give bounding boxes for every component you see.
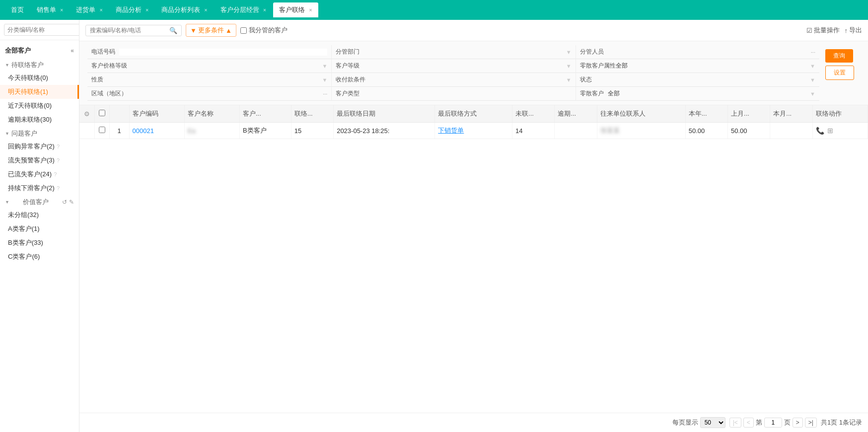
sidebar-item-repurchase-abnormal[interactable]: 回购异常客户(2) ?	[0, 140, 79, 153]
sidebar-group-pending: 待联络客户	[0, 58, 79, 71]
set-button[interactable]: 设置	[825, 66, 854, 80]
value-group-edit-icon[interactable]: ✎	[69, 199, 74, 206]
col-settings[interactable]: ⚙	[79, 105, 94, 123]
row-settings	[79, 123, 94, 139]
main-search-input[interactable]	[90, 27, 169, 34]
phone-label: 电话号码	[91, 48, 119, 56]
phone-input[interactable]	[119, 49, 327, 56]
sidebar-item-a-class[interactable]: A类客户(1)	[0, 222, 79, 236]
customer-level-arrow[interactable]: ▼	[566, 63, 572, 69]
sidebar-item-churned[interactable]: 已流失客户(24) ?	[0, 167, 79, 181]
search-wrap: 🔍	[85, 25, 182, 36]
my-customers-checkbox[interactable]	[240, 27, 247, 34]
table-header-row: ⚙ 客户编码 客户名称 客户... 联络... 最后联络日期 最后联络方式 未联…	[79, 105, 868, 123]
batch-ops-button[interactable]: ☑ 批量操作	[806, 26, 840, 35]
row-this-month	[770, 123, 812, 139]
sidebar-section-all: 全部客户 « 待联络客户 今天待联络(0) 明天待联络(1) 近7天待联络(0)…	[0, 40, 79, 267]
sidebar-item-c-class[interactable]: C类客户(6)	[0, 250, 79, 264]
region-dots[interactable]: ···	[323, 91, 327, 97]
payment-arrow[interactable]: ▼	[566, 77, 572, 83]
row-code[interactable]: 000021	[129, 123, 184, 139]
nav-tab-customer-tier[interactable]: 客户分层经营 ×	[215, 2, 272, 17]
retail-attr-arrow[interactable]: ▼	[810, 63, 815, 69]
last-page-button[interactable]: >|	[805, 418, 817, 428]
nav-home[interactable]: 首页	[5, 2, 30, 17]
row-check	[94, 123, 109, 139]
batch-checkbox-icon: ☑	[806, 27, 812, 34]
sidebar-item-overdue-contact[interactable]: 逾期未联络(30)	[0, 113, 79, 127]
status-arrow[interactable]: ▼	[810, 77, 815, 83]
per-page-label: 每页显示	[672, 418, 698, 427]
row-name[interactable]: Ea	[184, 123, 239, 139]
prev-page-button[interactable]: <	[743, 418, 754, 428]
sidebar-item-ungrouped[interactable]: 未分组(32)	[0, 208, 79, 222]
page-number-input[interactable]	[764, 418, 782, 428]
nature-label: 性质	[91, 75, 119, 84]
per-page-select[interactable]: 50 100 200	[700, 417, 725, 428]
table-row: 1 000021 Ea B类客户 15 2023-05-23 18:25: 下销…	[79, 123, 868, 139]
page-suffix-label: 页	[784, 418, 791, 427]
close-product-analysis-tab[interactable]: ×	[145, 7, 148, 13]
col-contact: 联络...	[291, 105, 333, 123]
sidebar-item-churn-warning[interactable]: 流失预警客户(3) ?	[0, 153, 79, 167]
col-check	[94, 105, 109, 123]
col-last-month: 上月...	[728, 105, 770, 123]
close-product-list-tab[interactable]: ×	[204, 7, 207, 13]
first-page-button[interactable]: |<	[729, 418, 741, 428]
nav-tab-purchase[interactable]: 进货单 ×	[70, 2, 108, 17]
sidebar-collapse-icon[interactable]: «	[71, 47, 74, 54]
next-page-button[interactable]: >	[793, 418, 803, 428]
sidebar-item-b-class[interactable]: B类客户(33)	[0, 236, 79, 250]
nav-tab-product-analysis[interactable]: 商品分析 ×	[110, 2, 154, 17]
row-no-contact: 14	[512, 123, 555, 139]
sidebar-search-input[interactable]	[4, 24, 79, 36]
sidebar-item-today-contact[interactable]: 今天待联络(0)	[0, 71, 79, 85]
retail-customer-arrow[interactable]: ▼	[810, 91, 815, 97]
sidebar-group-value: 价值客户 ↺ ✎	[0, 195, 79, 208]
row-last-contact-method[interactable]: 下销货单	[435, 123, 512, 139]
col-type: 客户...	[240, 105, 291, 123]
region-label: 区域（地区）	[91, 89, 127, 98]
retail-customer-val: 全部	[608, 89, 810, 98]
close-purchase-tab[interactable]: ×	[99, 7, 102, 13]
select-all-checkbox[interactable]	[99, 110, 105, 116]
sidebar-item-tomorrow-contact[interactable]: 明天待联络(1)	[0, 85, 79, 99]
status-label: 状态	[580, 75, 608, 84]
close-customer-tier-tab[interactable]: ×	[263, 7, 266, 13]
nav-tab-customer-contact[interactable]: 客户联络 ×	[273, 2, 318, 17]
sidebar-group-problem: 问题客户	[0, 127, 79, 140]
row-contact: 15	[291, 123, 333, 139]
row-checkbox[interactable]	[99, 127, 105, 133]
dept-arrow[interactable]: ▼	[566, 49, 572, 55]
sidebar-item-7days-contact[interactable]: 近7天待联络(0)	[0, 99, 79, 113]
close-sales-tab[interactable]: ×	[60, 7, 63, 13]
more-conditions-button[interactable]: ▼ 更多条件 ▲	[186, 24, 236, 37]
nature-arrow[interactable]: ▼	[322, 77, 327, 83]
person-label: 分管人员	[580, 48, 608, 56]
nav-tab-sales[interactable]: 销售单 ×	[31, 2, 69, 17]
col-code: 客户编码	[129, 105, 184, 123]
customer-table-wrap: ⚙ 客户编码 客户名称 客户... 联络... 最后联络日期 最后联络方式 未联…	[79, 105, 868, 413]
all-customers-item[interactable]: 全部客户 «	[0, 43, 79, 58]
export-button[interactable]: ↑ 导出	[845, 26, 863, 35]
sidebar: 🔍 全部客户 « 待联络客户 今天待联络(0) 明天待联络(1) 近7天待联络(…	[0, 20, 79, 432]
action-icons-wrap: 📞 ⊞	[816, 127, 865, 135]
help-icon-repurchase: ?	[57, 144, 60, 149]
sidebar-item-declining[interactable]: 持续下滑客户(2) ?	[0, 181, 79, 195]
action-more-icon[interactable]: ⊞	[827, 127, 833, 135]
main-search-icon[interactable]: 🔍	[169, 27, 177, 34]
col-num	[109, 105, 129, 123]
action-phone-icon[interactable]: 📞	[816, 127, 824, 135]
customer-value-arrow[interactable]: ▼	[322, 63, 327, 69]
close-customer-contact-tab[interactable]: ×	[309, 7, 312, 13]
sidebar-search-area: 🔍	[0, 20, 79, 40]
person-dots[interactable]: ···	[811, 49, 815, 55]
nav-tab-product-list[interactable]: 商品分析列表 ×	[155, 2, 213, 17]
query-button[interactable]: 查询	[825, 49, 853, 63]
value-group-refresh-icon[interactable]: ↺	[62, 199, 67, 206]
my-customers-checkbox-label[interactable]: 我分管的客户	[240, 26, 288, 35]
retail-customer-label: 零散客户	[580, 89, 608, 98]
filter-up-icon: ▲	[225, 27, 232, 34]
payment-label: 收付款条件	[336, 75, 365, 84]
customer-level-label: 客户等级	[336, 62, 363, 70]
